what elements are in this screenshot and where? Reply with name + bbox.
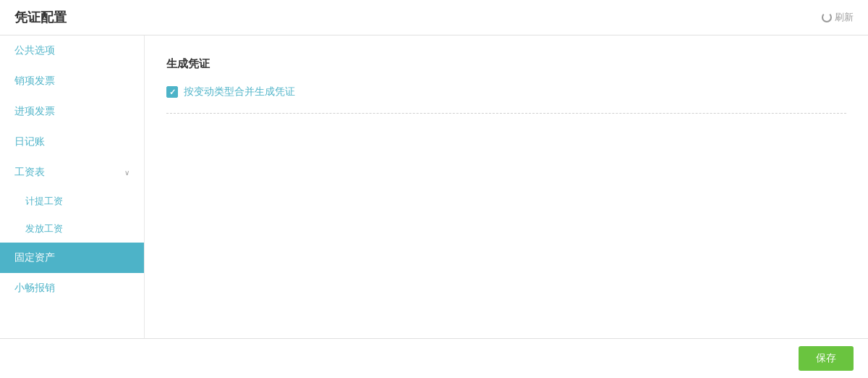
page-title: 凭证配置 [14, 9, 67, 26]
main-layout: 公共选项 销项发票 进项发票 日记账 工资表 ∨ 计提工资 发放工资 固定资 [0, 35, 868, 338]
refresh-button[interactable]: 刷新 [822, 11, 854, 24]
sidebar-item-accrual-payroll[interactable]: 计提工资 [0, 188, 144, 215]
sidebar-item-label: 计提工资 [25, 196, 63, 206]
section-divider [166, 113, 846, 114]
sidebar-item-label: 日记账 [14, 135, 45, 148]
page-wrapper: 凭证配置 刷新 公共选项 销项发票 进项发票 日记账 工资表 ∨ [0, 0, 868, 378]
sidebar-item-label: 公共选项 [14, 44, 55, 57]
merge-voucher-checkbox[interactable] [166, 86, 178, 98]
header: 凭证配置 刷新 [0, 0, 868, 35]
sidebar-item-distribute-payroll[interactable]: 发放工资 [0, 215, 144, 243]
refresh-label: 刷新 [835, 11, 854, 24]
sidebar-item-label: 发放工资 [25, 223, 63, 234]
sidebar-item-label: 小畅报销 [14, 282, 55, 295]
sidebar: 公共选项 销项发票 进项发票 日记账 工资表 ∨ 计提工资 发放工资 固定资 [0, 35, 145, 338]
sidebar-item-label: 销项发票 [14, 75, 55, 88]
sidebar-item-label: 工资表 [14, 166, 45, 179]
sidebar-item-journal[interactable]: 日记账 [0, 127, 144, 157]
sidebar-item-payroll-table[interactable]: 工资表 ∨ [0, 157, 144, 188]
sidebar-item-label: 固定资产 [14, 251, 55, 264]
sidebar-item-label: 进项发票 [14, 105, 55, 118]
refresh-icon [822, 12, 832, 22]
footer: 保存 [0, 338, 868, 378]
section-title: 生成凭证 [166, 57, 846, 71]
sidebar-item-fixed-assets[interactable]: 固定资产 [0, 243, 144, 273]
merge-voucher-label[interactable]: 按变动类型合并生成凭证 [184, 85, 295, 98]
save-button[interactable]: 保存 [799, 346, 854, 371]
sidebar-item-purchase-invoice[interactable]: 进项发票 [0, 96, 144, 127]
content-area: 生成凭证 按变动类型合并生成凭证 [145, 35, 868, 338]
sidebar-item-public-options[interactable]: 公共选项 [0, 35, 144, 66]
sidebar-item-expense-reimbursement[interactable]: 小畅报销 [0, 273, 144, 303]
chevron-down-icon: ∨ [124, 169, 129, 177]
sidebar-item-sales-invoice[interactable]: 销项发票 [0, 66, 144, 96]
checkbox-row: 按变动类型合并生成凭证 [166, 85, 846, 98]
